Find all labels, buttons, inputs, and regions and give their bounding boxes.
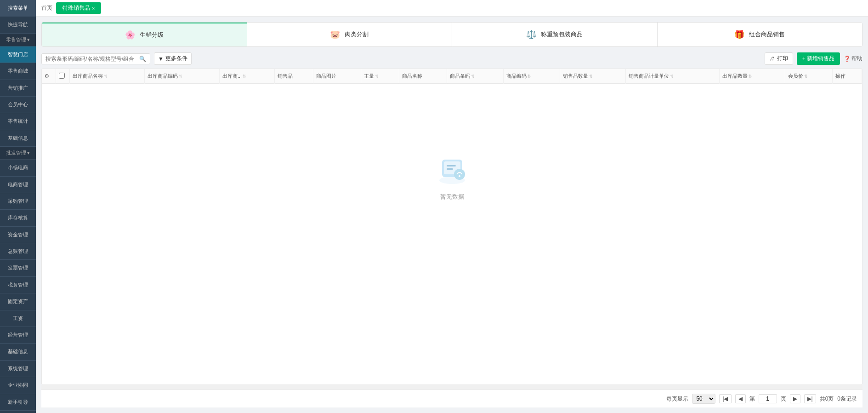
col-sale-quantity[interactable]: 销售品数量⇅ bbox=[560, 69, 626, 84]
print-button[interactable]: 🖨 打印 bbox=[765, 52, 793, 65]
tab-weight-prepack[interactable]: ⚖️ 称重预包装商品 bbox=[452, 23, 658, 46]
search-icon[interactable]: 🔍 bbox=[139, 56, 146, 62]
page-number-input[interactable] bbox=[759, 394, 777, 403]
svg-point-3 bbox=[454, 169, 465, 180]
tab-fresh-grading[interactable]: 🌸 生鲜分级 bbox=[42, 23, 247, 46]
next-page-button[interactable]: ▶ bbox=[790, 394, 800, 403]
topbar: 首页 特殊销售品 × bbox=[36, 0, 868, 17]
data-table-container: ⚙ 出库商品名称⇅ 出库商品编码⇅ 出库商...⇅ 销售品 商品图片 主量⇅ 商… bbox=[41, 69, 862, 385]
sidebar-search[interactable]: 搜索菜单 bbox=[0, 0, 36, 17]
col-member-price[interactable]: 会员价⇅ bbox=[785, 69, 832, 84]
first-page-button[interactable]: |◀ bbox=[719, 394, 731, 403]
tab-close-icon[interactable]: × bbox=[92, 6, 95, 11]
sidebar-item-purchase-mgmt[interactable]: 采购管理 bbox=[0, 193, 36, 210]
pagination: 每页显示 50 10 20 100 |◀ ◀ 第 页 ▶ ▶| 共0页 0条记录 bbox=[41, 390, 862, 407]
svg-rect-5 bbox=[447, 165, 456, 166]
settings-icon[interactable]: ⚙ bbox=[0, 411, 36, 413]
table-header-row: ⚙ 出库商品名称⇅ 出库商品编码⇅ 出库商...⇅ 销售品 商品图片 主量⇅ 商… bbox=[42, 69, 862, 84]
empty-state: 暂无数据 bbox=[42, 84, 862, 268]
sidebar-item-basic-info-1[interactable]: 基础信息 bbox=[0, 130, 36, 147]
select-all-checkbox[interactable] bbox=[59, 73, 65, 79]
sidebar-item-invoice-mgmt[interactable]: 发票管理 bbox=[0, 260, 36, 276]
sidebar-item-marketing[interactable]: 营销推广 bbox=[0, 80, 36, 97]
sidebar-item-inventory[interactable]: 库存核算 bbox=[0, 210, 36, 226]
col-sale-unit[interactable]: 销售商品计量单位⇅ bbox=[626, 69, 720, 84]
active-tab[interactable]: 特殊销售品 × bbox=[56, 2, 101, 14]
col-out-product[interactable]: 出库商...⇅ bbox=[219, 69, 274, 84]
sidebar-item-enterprise-collab[interactable]: 企业协同 bbox=[0, 377, 36, 394]
main-content: 首页 特殊销售品 × 🌸 生鲜分级 🐷 肉类分割 ⚖️ 称重预包装商品 🎁 组合… bbox=[36, 0, 868, 413]
sidebar-item-fixed-assets[interactable]: 固定资产 bbox=[0, 293, 36, 310]
col-actions: 操作 bbox=[832, 69, 862, 84]
sidebar-item-quick-nav[interactable]: 快捷导航 bbox=[0, 17, 36, 33]
svg-point-4 bbox=[459, 175, 460, 177]
col-main-weight[interactable]: 主量⇅ bbox=[361, 69, 399, 84]
data-table: ⚙ 出库商品名称⇅ 出库商品编码⇅ 出库商...⇅ 销售品 商品图片 主量⇅ 商… bbox=[42, 69, 862, 84]
home-link[interactable]: 首页 bbox=[41, 4, 52, 12]
sidebar-item-ops-mgmt[interactable]: 经营管理 bbox=[0, 327, 36, 344]
weight-prepack-icon: ⚖️ bbox=[526, 29, 536, 40]
prev-page-button[interactable]: ◀ bbox=[735, 394, 746, 403]
search-box: 🔍 bbox=[41, 53, 150, 64]
page-content: 🌸 生鲜分级 🐷 肉类分割 ⚖️ 称重预包装商品 🎁 组合商品销售 🔍 bbox=[36, 17, 868, 413]
sidebar: 搜索菜单 快捷导航 零售管理 ▾ 智慧门店 零售商城 营销推广 会员中心 零售统… bbox=[0, 0, 36, 413]
last-page-button[interactable]: ▶| bbox=[804, 394, 816, 403]
new-sale-item-button[interactable]: + 新增销售品 bbox=[797, 52, 840, 65]
sidebar-item-beginner-guide[interactable]: 新手引导 bbox=[0, 394, 36, 411]
sidebar-item-member-center[interactable]: 会员中心 bbox=[0, 97, 36, 113]
sidebar-item-retail-mall[interactable]: 零售商城 bbox=[0, 63, 36, 80]
sidebar-item-salary[interactable]: 工资 bbox=[0, 310, 36, 327]
col-out-quantity[interactable]: 出库品数量⇅ bbox=[719, 69, 785, 84]
help-icon: ❓ bbox=[844, 56, 851, 62]
col-sale-product[interactable]: 销售品 bbox=[274, 69, 313, 84]
sidebar-item-general-ledger[interactable]: 总账管理 bbox=[0, 243, 36, 260]
sidebar-item-ecommerce-small[interactable]: 小畅电商 bbox=[0, 160, 36, 176]
col-out-name[interactable]: 出库商品名称⇅ bbox=[69, 69, 144, 84]
meat-cutting-icon: 🐷 bbox=[330, 29, 340, 40]
per-page-select[interactable]: 50 10 20 100 bbox=[692, 394, 715, 404]
help-button[interactable]: ❓ 帮助 bbox=[844, 55, 862, 63]
horizontal-scrollbar[interactable] bbox=[41, 385, 862, 390]
sidebar-item-system-mgmt[interactable]: 系统管理 bbox=[0, 361, 36, 377]
filter-icon: ▼ bbox=[158, 56, 164, 62]
col-checkbox[interactable] bbox=[56, 69, 69, 84]
search-input[interactable] bbox=[45, 56, 137, 62]
sidebar-item-ecommerce-mgmt[interactable]: 电商管理 bbox=[0, 177, 36, 193]
combo-sales-icon: 🎁 bbox=[734, 29, 744, 40]
col-product-code[interactable]: 商品编码⇅ bbox=[504, 69, 560, 84]
sidebar-item-finance-mgmt[interactable]: 资金管理 bbox=[0, 227, 36, 243]
fresh-grading-icon: 🌸 bbox=[125, 30, 135, 40]
sidebar-item-tax-mgmt[interactable]: 税务管理 bbox=[0, 277, 36, 293]
sidebar-item-retail-stats[interactable]: 零售统计 bbox=[0, 113, 36, 130]
toolbar: 🔍 ▼ 更多条件 🖨 打印 + 新增销售品 ❓ 帮助 bbox=[41, 52, 862, 65]
sidebar-item-basic-info-2[interactable]: 基础信息 bbox=[0, 344, 36, 360]
empty-state-icon bbox=[434, 150, 471, 187]
print-icon: 🖨 bbox=[770, 56, 775, 62]
toolbar-left: 🔍 ▼ 更多条件 bbox=[41, 52, 192, 65]
filter-button[interactable]: ▼ 更多条件 bbox=[154, 52, 192, 65]
col-product-image[interactable]: 商品图片 bbox=[313, 69, 361, 84]
col-settings[interactable]: ⚙ bbox=[42, 69, 56, 84]
col-barcode[interactable]: 商品条码⇅ bbox=[447, 69, 504, 84]
sidebar-item-retail-mgmt[interactable]: 零售管理 ▾ bbox=[0, 34, 36, 46]
col-out-code[interactable]: 出库商品编码⇅ bbox=[144, 69, 219, 84]
svg-rect-6 bbox=[447, 168, 453, 170]
tab-combo-sales[interactable]: 🎁 组合商品销售 bbox=[658, 23, 862, 46]
col-product-name[interactable]: 商品名称 bbox=[399, 69, 447, 84]
sidebar-item-wholesale-mgmt[interactable]: 批发管理 ▾ bbox=[0, 147, 36, 160]
sidebar-item-smart-store[interactable]: 智慧门店 bbox=[0, 46, 36, 63]
tab-meat-cutting[interactable]: 🐷 肉类分割 bbox=[247, 23, 453, 46]
tab-card-group: 🌸 生鲜分级 🐷 肉类分割 ⚖️ 称重预包装商品 🎁 组合商品销售 bbox=[41, 22, 862, 47]
toolbar-right: 🖨 打印 + 新增销售品 ❓ 帮助 bbox=[765, 52, 862, 65]
